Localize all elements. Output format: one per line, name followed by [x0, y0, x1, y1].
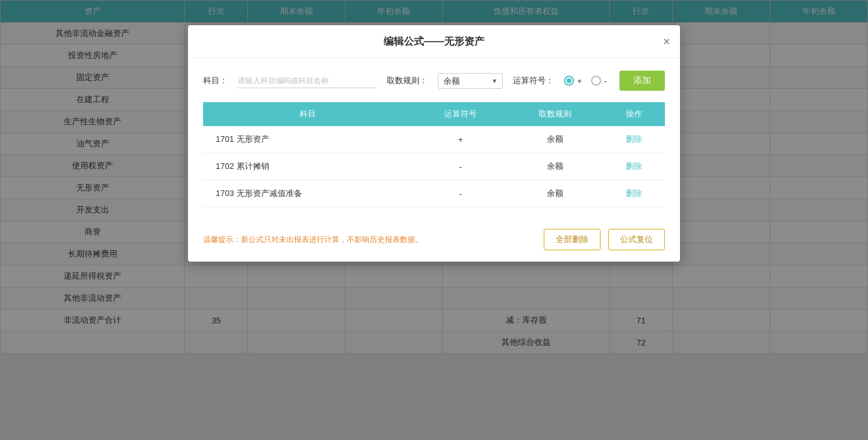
- modal-title: 编辑公式——无形资产: [384, 36, 484, 47]
- formula-col-header: 操作: [602, 102, 665, 126]
- formula-table-head: 科目运算符号取数规则操作: [203, 102, 665, 126]
- rule-select[interactable]: 余额 借方发生额 贷方发生额 期初余额: [438, 73, 503, 89]
- radio-plus[interactable]: +: [564, 76, 582, 86]
- formula-row: 1702 累计摊销-余额删除: [203, 153, 665, 180]
- delete-all-button[interactable]: 全部删除: [544, 229, 601, 250]
- operator-radio-group: + -: [564, 76, 607, 86]
- footer-btn-group: 全部删除 公式复位: [544, 229, 665, 250]
- formula-col-header: 运算符号: [413, 102, 508, 126]
- modal-overlay: 编辑公式——无形资产 × 科目： 取数规则： 余额 借方发生额 贷方发生额 期初…: [0, 0, 868, 440]
- radio-plus-circle: [564, 76, 574, 86]
- radio-minus-circle: [591, 76, 601, 86]
- formula-rule: 余额: [508, 126, 602, 153]
- formula-operator: -: [413, 180, 508, 207]
- modal-body: 科目： 取数规则： 余额 借方发生额 贷方发生额 期初余额 ▼ 运算符号：: [188, 58, 680, 220]
- modal-footer: 温馨提示：新公式只对未出报表进行计算，不影响历史报表数据。 全部删除 公式复位: [188, 220, 680, 262]
- modal-dialog: 编辑公式——无形资产 × 科目： 取数规则： 余额 借方发生额 贷方发生额 期初…: [188, 25, 680, 262]
- formula-row: 1701 无形资产+余额删除: [203, 126, 665, 153]
- formula-operator: -: [413, 153, 508, 180]
- rule-label: 取数规则：: [387, 75, 428, 86]
- delete-row-button[interactable]: 删除: [626, 161, 642, 171]
- reset-button[interactable]: 公式复位: [608, 229, 665, 250]
- rule-select-container: 余额 借方发生额 贷方发生额 期初余额 ▼: [438, 73, 503, 89]
- radio-plus-label: +: [577, 76, 582, 86]
- formula-col-header: 取数规则: [508, 102, 602, 126]
- tip-text: 温馨提示：新公式只对未出报表进行计算，不影响历史报表数据。: [203, 234, 423, 245]
- delete-row-button[interactable]: 删除: [626, 188, 642, 198]
- formula-rule: 余额: [508, 180, 602, 207]
- formula-table-body: 1701 无形资产+余额删除1702 累计摊销-余额删除1703 无形资产减值准…: [203, 126, 665, 207]
- formula-operator: +: [413, 126, 508, 153]
- operator-label: 运算符号：: [513, 75, 554, 86]
- radio-minus-label: -: [604, 76, 607, 86]
- formula-subject: 1701 无形资产: [203, 126, 413, 153]
- form-row: 科目： 取数规则： 余额 借方发生额 贷方发生额 期初余额 ▼ 运算符号：: [203, 71, 665, 91]
- formula-subject: 1703 无形资产减值准备: [203, 180, 413, 207]
- subject-input[interactable]: [238, 73, 377, 88]
- formula-action: 删除: [602, 126, 665, 153]
- formula-table: 科目运算符号取数规则操作 1701 无形资产+余额删除1702 累计摊销-余额删…: [203, 102, 665, 207]
- add-button[interactable]: 添加: [619, 71, 665, 91]
- formula-row: 1703 无形资产减值准备-余额删除: [203, 180, 665, 207]
- formula-action: 删除: [602, 180, 665, 207]
- close-button[interactable]: ×: [663, 36, 670, 47]
- formula-rule: 余额: [508, 153, 602, 180]
- formula-action: 删除: [602, 153, 665, 180]
- radio-minus[interactable]: -: [591, 76, 607, 86]
- formula-subject: 1702 累计摊销: [203, 153, 413, 180]
- modal-header: 编辑公式——无形资产 ×: [188, 25, 680, 58]
- formula-col-header: 科目: [203, 102, 413, 126]
- delete-row-button[interactable]: 删除: [626, 134, 642, 144]
- subject-label: 科目：: [203, 75, 228, 86]
